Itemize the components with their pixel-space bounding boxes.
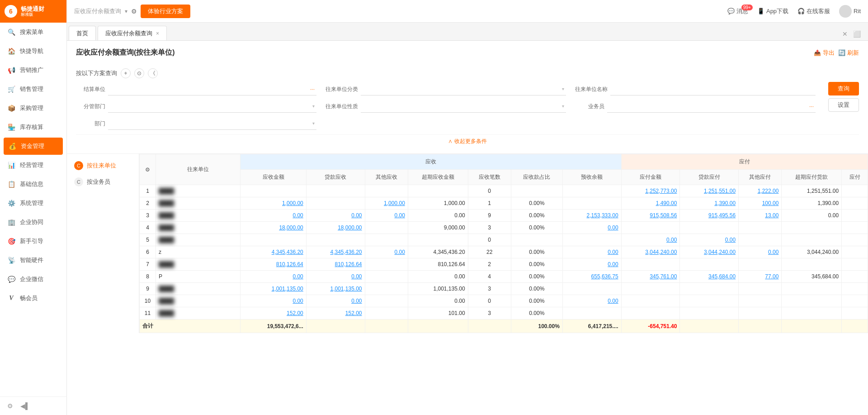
table-cell: 8 [140,271,156,283]
sidebar-item-search[interactable]: 🔍 搜索菜单 [0,23,66,42]
table-cell[interactable]: 915,508.56 [621,210,680,222]
laiwa-name-input[interactable] [610,83,816,95]
table-cell[interactable]: 0.00 [562,295,621,307]
filter-by-salesperson[interactable]: C 按业务员 [67,174,139,190]
table-cell[interactable]: 100.00 [739,197,782,210]
sidebar-item-basic[interactable]: 📋 基础信息 [0,175,66,194]
filter-by-unit[interactable]: C 按往来单位 [67,157,139,174]
user-avatar-area[interactable]: Rit [839,5,861,18]
table-cell[interactable]: 1,001,135.00 [306,283,365,295]
table-cell[interactable]: 0.00 [680,234,739,246]
fenguan-dept-input[interactable]: ▾ [108,100,316,113]
table-cell [842,295,868,307]
sidebar-item-marketing[interactable]: 📢 营销推广 [0,61,66,80]
export-button[interactable]: 📤 导出 [814,49,835,57]
table-cell[interactable]: 0.00 [241,295,306,307]
refresh-button[interactable]: 🔄 刷新 [838,49,859,57]
table-cell[interactable]: 3,044,240.00 [680,246,739,258]
salesperson-input[interactable]: ··· [607,100,816,113]
sidebar-item-sales[interactable]: 🛒 销售管理 [0,80,66,99]
header-gear-icon[interactable]: ⚙ [131,8,137,15]
dept-field: 部门 ▾ [76,117,316,130]
laiwa-category-input[interactable]: ▾ [361,83,566,95]
table-cell[interactable]: 0.00 [241,271,306,283]
sidebar-item-finance[interactable]: 💰 资金管理 [4,138,63,155]
table-cell[interactable]: 3,044,240.00 [621,246,680,258]
window-close-button[interactable]: ✕ [842,30,848,38]
table-cell[interactable]: 4,345,436.20 [241,246,306,258]
table-cell[interactable]: 1,251,551.00 [680,185,739,197]
sidebar-item-hardware[interactable]: 📡 智能硬件 [0,251,66,270]
window-maximize-button[interactable]: ⬜ [853,30,861,38]
query-button[interactable]: 查询 [828,82,859,95]
sidebar-item-member[interactable]: V 畅会员 [0,289,66,308]
table-cell[interactable]: 4,345,436.20 [306,246,365,258]
tab-home[interactable]: 首页 [69,26,96,40]
table-cell[interactable]: 810,126.64 [306,258,365,271]
table-cell[interactable]: 0.00 [562,222,621,234]
table-cell[interactable]: 915,495.56 [680,210,739,222]
table-cell[interactable]: 152.00 [241,307,306,320]
table-cell[interactable]: 0.00 [562,258,621,271]
col-ar-count: 应收笔数 [468,170,511,185]
table-cell[interactable]: 1,490.00 [621,197,680,210]
table-cell[interactable]: 1,390.00 [680,197,739,210]
search-add-button[interactable]: + [121,68,131,78]
tab-close-icon[interactable]: × [156,30,159,37]
collapse-more-btn[interactable]: ∧ 收起更多条件 [76,134,859,148]
online-service-button[interactable]: 🎧 在线客服 [797,7,830,15]
refresh-icon: 🔄 [838,49,845,56]
setting-button[interactable]: 设置 [828,98,859,112]
sidebar-item-wechat[interactable]: 💬 企业微信 [0,270,66,289]
header: 应收应付余额查询 ▾ ⚙ 体验行业方案 💬 消息 99+ 📱 App下载 🎧 在… [67,0,868,23]
table-cell[interactable]: 77.00 [739,271,782,283]
total-ap-loan [680,320,739,333]
table-settings-icon[interactable]: ⚙ [145,167,150,173]
tab-arbalance[interactable]: 应收应付余额查询 × [98,26,167,40]
jiesuan-unit-input[interactable]: ··· [108,83,316,95]
table-cell[interactable]: 2,153,333.00 [562,210,621,222]
search-settings-button[interactable]: ⊙ [134,68,144,78]
table-cell[interactable]: 345,761.00 [621,271,680,283]
table-cell[interactable]: 0.00 [365,246,408,258]
message-button[interactable]: 💬 消息 99+ [727,7,748,15]
sidebar-settings-icon[interactable]: ⚙ [7,402,13,410]
table-cell[interactable]: 13.00 [739,210,782,222]
sidebar-item-guide[interactable]: 🎯 新手引导 [0,232,66,251]
table-cell[interactable]: 0.00 [241,210,306,222]
promo-button[interactable]: 体验行业方案 [141,5,190,18]
table-cell[interactable]: 1,000.00 [241,197,306,210]
sidebar-item-inventory[interactable]: 🏪 库存核算 [0,118,66,137]
sidebar-collapse-icon[interactable]: ◀▌ [20,402,30,410]
laiwa-nature-input[interactable]: ▾ [361,100,566,113]
table-cell[interactable]: 1,252,773.00 [621,185,680,197]
table-cell[interactable]: 18,000.00 [241,222,306,234]
table-cell[interactable]: 1,222.00 [739,185,782,197]
table-cell[interactable]: 0.00 [306,210,365,222]
table-cell[interactable]: 0.00 [365,210,408,222]
sidebar-item-system[interactable]: ⚙️ 系统管理 [0,194,66,213]
app-download-button[interactable]: 📱 App下载 [757,7,788,15]
table-cell[interactable]: 1,001,135.00 [241,283,306,295]
table-cell[interactable]: 655,636.75 [562,271,621,283]
table-cell[interactable]: 0.00 [562,246,621,258]
sidebar-item-purchase[interactable]: 📦 采购管理 [0,99,66,118]
dept-input[interactable]: ▾ [108,117,316,130]
table-cell[interactable]: 0.00 [306,271,365,283]
guide-icon: 🎯 [7,238,15,245]
sidebar-item-operations[interactable]: 📊 经营管理 [0,156,66,175]
table-cell[interactable]: 18,000.00 [306,222,365,234]
sidebar-item-enterprise[interactable]: 🏢 企业协同 [0,213,66,232]
table-cell[interactable]: 0.00 [739,246,782,258]
table-cell: 9 [140,283,156,295]
sidebar-item-quicknav[interactable]: 🏠 快捷导航 [0,42,66,61]
search-collapse-button[interactable]: 《 [148,68,158,78]
table-cell[interactable]: 810,126.64 [241,258,306,271]
col-settings[interactable]: ⚙ [140,154,156,185]
table-cell[interactable]: 0.00 [621,234,680,246]
table-cell[interactable]: 345,684.00 [680,271,739,283]
table-cell[interactable]: 0.00 [306,295,365,307]
table-cell [842,210,868,222]
table-cell[interactable]: 1,000.00 [365,197,408,210]
table-cell[interactable]: 152.00 [306,307,365,320]
